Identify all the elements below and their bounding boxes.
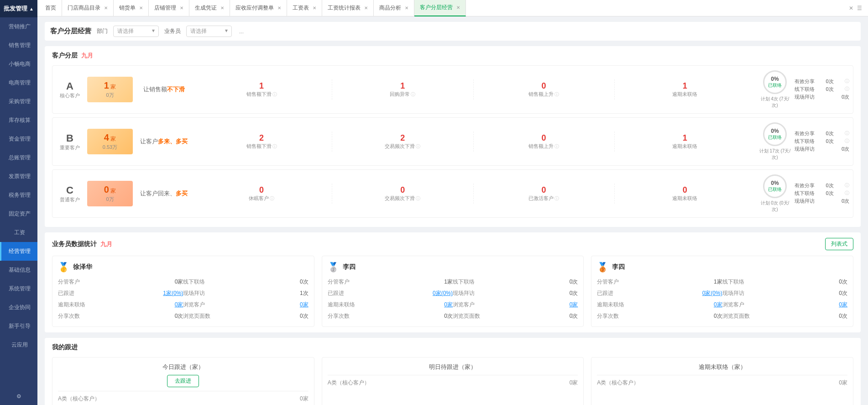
tier-a-stats: 1 销售额下滑 ⓘ 1 回购异常 ⓘ 0 <box>191 79 755 100</box>
info-icon[interactable]: ⓘ <box>845 86 849 92</box>
staff-select[interactable]: 请选择 ▾ <box>186 26 232 37</box>
tab-close-icon[interactable]: ✕ <box>405 5 408 11</box>
gear-icon: ⚙ <box>16 393 21 400</box>
tab-close-icon[interactable]: ✕ <box>277 5 281 11</box>
tier-b-stat-1[interactable]: 2 交易频次下滑 ⓘ <box>332 131 473 152</box>
info-icon[interactable]: ⓘ <box>845 182 849 189</box>
rs-item-0: 有效分享 0次 ⓘ <box>795 182 849 189</box>
divider <box>597 375 847 375</box>
tab-close-icon[interactable]: ✕ <box>220 5 224 11</box>
sidebar-item-ecommerce-small[interactable]: 小畅电商 <box>0 55 37 74</box>
tier-row-c: C 普通客户 0 家 0万 让客户回来、多买 0 <box>52 169 853 218</box>
sidebar-item-invoice[interactable]: 发票管理 <box>0 167 37 186</box>
sidebar-item-basics[interactable]: 基础信息 <box>0 261 37 279</box>
tab-close-icon[interactable]: ✕ <box>313 5 316 11</box>
tab-product-analysis[interactable]: 商品分析 ✕ <box>374 0 414 16</box>
sidebar-item-assets[interactable]: 固定资产 <box>0 205 37 223</box>
tab-payroll-table[interactable]: 工资表 ✕ <box>287 0 322 16</box>
sidebar-item-tax[interactable]: 税务管理 <box>0 186 37 205</box>
sidebar-item-system[interactable]: 系统管理 <box>0 279 37 298</box>
sidebar-item-payroll[interactable]: 工资 <box>0 223 37 242</box>
tier-c-stat-1[interactable]: 0 交易频次下滑 ⓘ <box>332 184 473 204</box>
info-icon[interactable]: ⓘ <box>270 195 274 202</box>
info-icon[interactable]: ⓘ <box>416 195 420 202</box>
sidebar-item-ledger[interactable]: 总账管理 <box>0 148 37 167</box>
tier-b-stat-3[interactable]: 1 逾期未联络 <box>615 131 755 152</box>
sidebar-settings-button[interactable]: ⚙ <box>0 388 37 405</box>
a-tier-core-val-2: 0家 <box>570 379 578 387</box>
tab-store-manage[interactable]: 店铺管理 ✕ <box>149 0 189 16</box>
a-tier-core-label-3: A类（核心客户） <box>597 379 639 387</box>
info-icon[interactable]: ⓘ <box>845 190 849 196</box>
tab-store-products[interactable]: 门店商品目录 ✕ <box>62 0 114 16</box>
tier-a-stat-1[interactable]: 1 回购异常 ⓘ <box>332 79 473 100</box>
info-icon[interactable]: ⓘ <box>554 195 559 202</box>
tab-close-icon[interactable]: ✕ <box>180 5 183 11</box>
sidebar: 批发管理 ▲ 营销推广 销售管理 小畅电商 电商管理 采购管理 库存核算 资金管… <box>0 0 37 405</box>
sidebar-item-purchase[interactable]: 采购管理 <box>0 92 37 111</box>
follow-box-tomorrow: 明日待跟进（家） A类（核心客户） 0家 <box>322 357 584 405</box>
biz-card-0: 🥇 徐泽华 分管客户 0家 线下联络 0次 已跟进 <box>52 256 314 327</box>
chevron-down-icon: ▾ <box>152 27 155 34</box>
sidebar-item-guide[interactable]: 新手引导 <box>0 317 37 336</box>
tier-a-stat-0[interactable]: 1 销售额下滑 ⓘ <box>191 79 332 100</box>
info-icon[interactable]: ⓘ <box>554 143 559 150</box>
dept-select[interactable]: 请选择 ▾ <box>113 26 159 37</box>
tier-b-count-box[interactable]: 4 家 0.53万 <box>87 129 133 154</box>
tab-close-icon[interactable]: ✕ <box>364 5 368 11</box>
sidebar-item-inventory[interactable]: 库存核算 <box>0 111 37 130</box>
tier-b-stat-2[interactable]: 0 销售额上升 ⓘ <box>474 131 615 152</box>
tab-close-icon-active[interactable]: ✕ <box>456 5 460 10</box>
tier-b-stats: 2 销售额下滑 ⓘ 2 交易频次下滑 ⓘ 0 <box>191 131 755 152</box>
sidebar-top-item[interactable]: 批发管理 ▲ <box>0 0 37 17</box>
tab-menu-icon[interactable]: ☰ <box>857 5 862 11</box>
sidebar-item-marketing[interactable]: 营销推广 <box>0 17 37 36</box>
list-view-button[interactable]: 列表式 <box>825 238 853 250</box>
biz-row: 现场拜访 0次 <box>722 289 847 298</box>
medal-bronze-icon: 🥉 <box>597 262 608 273</box>
tier-a-stat-2[interactable]: 0 销售额上升 ⓘ <box>474 79 615 100</box>
goto-followup-button[interactable]: 去跟进 <box>167 375 199 387</box>
biz-row: 浏览客户 0家 <box>722 300 847 310</box>
tier-a-count-box[interactable]: 1 家 0万 <box>87 77 133 102</box>
tab-gen-voucher[interactable]: 生成凭证 ✕ <box>189 0 230 16</box>
tab-customer-tier[interactable]: 客户分层经营 ✕ <box>414 0 466 16</box>
more-options-button[interactable]: ... <box>239 28 244 35</box>
info-icon[interactable]: ⓘ <box>272 91 277 98</box>
page-header: 客户分层经营 部门 请选择 ▾ 业务员 请选择 ▾ ... <box>45 22 861 41</box>
tier-c-stat-3[interactable]: 0 逾期未联络 <box>615 184 755 204</box>
sidebar-item-collab[interactable]: 企业协同 <box>0 298 37 317</box>
sidebar-collapse-icon[interactable]: ▲ <box>29 6 34 11</box>
sidebar-item-finance[interactable]: 资金管理 <box>0 130 37 148</box>
biz-rows-0: 分管客户 0家 线下联络 0次 已跟进 1家(0%) 现场拜访 <box>58 277 309 321</box>
info-icon[interactable]: ⓘ <box>272 143 277 150</box>
tier-a-stat-3[interactable]: 1 逾期未联络 <box>615 79 755 100</box>
info-icon[interactable]: ⓘ <box>845 138 849 144</box>
tier-b-stat-0[interactable]: 2 销售额下滑 ⓘ <box>191 131 332 152</box>
info-icon[interactable]: ⓘ <box>416 143 420 150</box>
follow-tomorrow-sub: A类（核心客户） 0家 <box>328 379 578 387</box>
tab-ar-ap[interactable]: 应收应付调整单 ✕ <box>230 0 287 16</box>
sidebar-item-operations[interactable]: 经营管理 <box>0 242 37 261</box>
tab-home[interactable]: 首页 <box>40 0 62 16</box>
follow-section: 我的跟进 今日跟进（家） 去跟进 A类（核心客户） 0家 明日待跟进（家） <box>45 338 861 405</box>
tier-c-count-box[interactable]: 0 家 0万 <box>87 181 133 206</box>
info-icon[interactable]: ⓘ <box>554 91 559 98</box>
tab-close-icon[interactable]: ✕ <box>104 5 108 11</box>
sidebar-item-cloud[interactable]: 云应用 <box>0 336 37 354</box>
tier-c-label: C 普通客户 <box>56 184 84 203</box>
tier-c-stat-2[interactable]: 0 已激活客户 ⓘ <box>474 184 615 204</box>
tab-payroll-report[interactable]: 工资统计报表 ✕ <box>322 0 374 16</box>
tier-c-stat-0[interactable]: 0 休眠客户 ⓘ <box>191 184 332 204</box>
tab-sales-order[interactable]: 销货单 ✕ <box>114 0 149 16</box>
info-icon[interactable]: ⓘ <box>845 78 849 84</box>
sidebar-item-ecommerce[interactable]: 电商管理 <box>0 74 37 92</box>
sidebar-item-sales[interactable]: 销售管理 <box>0 36 37 55</box>
info-icon[interactable]: ⓘ <box>411 91 415 98</box>
biz-row: 逾期未联络 0家 <box>328 300 453 310</box>
tab-close-icon[interactable]: ✕ <box>139 5 143 11</box>
biz-row: 浏览客户 0家 <box>183 300 308 310</box>
info-icon[interactable]: ⓘ <box>845 130 849 137</box>
tab-close-all-icon[interactable]: ✕ <box>849 5 853 11</box>
biz-section-title: 业务员数据统计 <box>52 240 97 248</box>
